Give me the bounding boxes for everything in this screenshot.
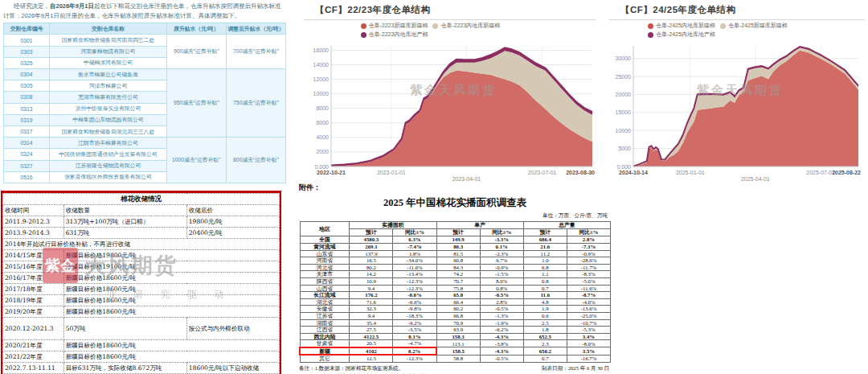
value-cell: 16.5 bbox=[350, 257, 393, 265]
value-cell: 176.2 bbox=[350, 292, 393, 299]
region-cell: 江苏省 bbox=[300, 312, 350, 319]
y-tick-label: 30000 bbox=[616, 55, 632, 61]
reserve-price-cell: 新疆目标价格18600元/吨 bbox=[63, 284, 279, 295]
warehouse-code-cell: 0308 bbox=[4, 92, 50, 103]
chart-title: 【CF】24/25年度仓单结构 bbox=[609, 0, 865, 20]
value-cell: 686.4 bbox=[523, 236, 567, 244]
table-row: 2014年开始试行目标价格补贴，不再进行收储 bbox=[3, 239, 280, 250]
value-cell: 66.4 bbox=[436, 298, 480, 306]
reserve-price-cell: 新疆目标价格18600元/吨 bbox=[63, 306, 279, 318]
value-cell: 1.8% bbox=[393, 250, 436, 257]
reserve-period-cell: 2018/19年度 bbox=[3, 295, 64, 306]
warehouse-name-cell: 国家粮食和物资储备局湖北局三三八处 bbox=[50, 125, 166, 137]
value-cell: -10.7% bbox=[567, 319, 610, 327]
y-tick-label: 0.000 bbox=[616, 164, 631, 170]
table-row: 安徽省32.3-9.8%60.2-0.5%1.9-13.6% bbox=[300, 306, 611, 313]
value-cell: -11.6% bbox=[393, 264, 436, 271]
warehouse-name-cell: 河南豫棉物流有限公司 bbox=[50, 46, 166, 57]
value-cell: 113.1 bbox=[436, 340, 480, 347]
value-cell: 137.9 bbox=[350, 250, 393, 257]
value-cell: 60.8 bbox=[436, 257, 480, 265]
survey-table-head: 地区实播面积单产总产量预计同比±%预计同比±%预计同比±% bbox=[300, 222, 611, 236]
value-cell: 0.1% bbox=[480, 243, 523, 250]
value-cell: 70.9 bbox=[436, 319, 480, 327]
reserve-period-cell: 2013.9-2014.3 bbox=[3, 228, 64, 239]
value-cell: 58.8 bbox=[436, 355, 480, 362]
table-row: 西北内陆4122.58.1%158.3-4.3%652.53.4% bbox=[300, 333, 611, 340]
y-tick-label: 5000 bbox=[618, 146, 631, 151]
value-cell: 74.2 bbox=[436, 271, 480, 278]
reserve-period-cell: 2014/15年度 bbox=[3, 250, 64, 261]
survey-title: 2025 年中国棉花实播面积调查表 bbox=[299, 196, 611, 210]
value-cell: 652.5 bbox=[523, 333, 567, 340]
legend-label: 仓单-2425内地库新疆棉 bbox=[656, 22, 715, 30]
table-row: 长江流域176.2-8.0%65.8-0.5%11.6-8.7% bbox=[300, 292, 611, 299]
value-cell: -25.0% bbox=[567, 312, 610, 319]
reserve-price-cell: 新疆目标价格19800元/吨 bbox=[63, 250, 279, 261]
value-cell: -12.3% bbox=[393, 285, 436, 292]
column-group-header: 总产量 bbox=[523, 222, 610, 229]
value-cell: 27.5 bbox=[350, 327, 393, 334]
value-cell: 4102 bbox=[350, 347, 393, 356]
table-row: 0301国家粮食和物资储备局河南局四三二处900减去“运费补贴”700减去“运费… bbox=[4, 35, 286, 46]
cotton-reserve-table-panel: 棉花收储情况收储时间收储数量收储底价2011.9-2012.3313万吨+100… bbox=[1, 191, 281, 374]
chart-title: 【CF】22/23年度仓单结构 bbox=[304, 0, 596, 20]
value-cell: 60.2 bbox=[436, 306, 480, 313]
value-cell: -1.5% bbox=[480, 271, 523, 278]
notice-intro-pre: 经研究决定， bbox=[14, 2, 50, 10]
region-cell: 长江流域 bbox=[300, 292, 350, 299]
column-header: 原升贴水（元/吨） bbox=[166, 23, 226, 35]
value-cell: 3.4% bbox=[567, 333, 610, 340]
stacked-area-chart: 0.00020004000600080001000012000140001600… bbox=[296, 39, 597, 186]
warehouse-name-cell: 中棉集团山东物流园有限公司 bbox=[50, 114, 166, 125]
region-cell: 西北内陆 bbox=[300, 333, 350, 340]
reserve-qty-cell: 631万吨 bbox=[63, 228, 186, 239]
warehouse-code-cell: 0324 bbox=[4, 149, 50, 160]
warehouse-code-cell: 0317 bbox=[4, 125, 50, 137]
value-cell: 6.7% bbox=[480, 257, 523, 265]
value-cell: -3.8% bbox=[480, 340, 523, 347]
value-cell: 149.9 bbox=[436, 236, 480, 244]
warehouse-code-cell: 0313 bbox=[4, 103, 50, 114]
value-cell: -12.3% bbox=[393, 355, 436, 362]
table-row: 2011.9-2012.3313万吨+100万吨（进口棉）19800元/吨 bbox=[3, 216, 280, 228]
table-row: 新疆41028.2%158.5-4.3%650.23.5% bbox=[300, 347, 611, 356]
legend-item: 仓单-2223内地库新疆棉 bbox=[432, 22, 500, 30]
value-cell: -7.3% bbox=[567, 243, 610, 250]
table-row: 山东省137.91.8%81.5-2.3%11.2-0.9% bbox=[300, 250, 611, 257]
table-row: 江苏省9.4-18.3%66.8-1.3%0.6-25.0% bbox=[300, 312, 611, 319]
value-cell: -0.5% bbox=[480, 355, 523, 362]
value-cell: -9.8% bbox=[393, 306, 436, 313]
y-tick-label: 25000 bbox=[616, 74, 632, 80]
value-cell: 2.3 bbox=[523, 340, 567, 347]
cf-2223-warrant-chart-panel: 【CF】22/23年度仓单结构 仓单-2223新疆库新疆棉仓单-2223内地库新… bbox=[296, 0, 599, 185]
column-subheader: 预计 bbox=[350, 229, 393, 236]
warehouse-name-cell: 衡水市棉麻总公司储备库 bbox=[50, 69, 166, 80]
reserve-period-cell: 2020/21年度 bbox=[3, 340, 64, 351]
cotton-reserve-table: 棉花收储情况收储时间收储数量收储底价2011.9-2012.3313万吨+100… bbox=[2, 193, 280, 374]
value-cell: 1.0 bbox=[523, 257, 567, 265]
value-cell: -6.2% bbox=[480, 327, 523, 334]
y-tick-label: 10000 bbox=[313, 91, 330, 97]
column-header: 收储底价 bbox=[186, 205, 279, 216]
old-premium-cell: 900减去“运费补贴” bbox=[166, 35, 226, 69]
warehouse-code-cell: 0325 bbox=[4, 57, 50, 68]
value-cell: -0.9% bbox=[567, 250, 610, 257]
value-cell: -11.6% bbox=[567, 285, 610, 292]
legend-dot-icon bbox=[361, 23, 366, 29]
y-tick-label: 6000 bbox=[316, 120, 329, 125]
region-cell: 江西省 bbox=[300, 327, 350, 334]
cf-2425-warrant-chart-panel: 【CF】24/25年度仓单结构 仓单-2425内地库新疆棉仓单-2425新疆库新… bbox=[601, 0, 868, 185]
table-row: 陕西省10.9-12.3%70.78.0%0.8-5.0% bbox=[300, 277, 611, 285]
reserve-price-cell: 19800元/吨 bbox=[186, 216, 279, 228]
region-cell: 河南省 bbox=[300, 257, 350, 265]
value-cell: 2.5 bbox=[523, 319, 567, 327]
column-header: 交割仓库编号 bbox=[4, 23, 50, 35]
column-subheader: 预计 bbox=[436, 229, 480, 236]
column-subheader: 同比±% bbox=[480, 229, 523, 236]
table-row: 全国4580.36.3%149.9-3.3%686.42.8% bbox=[300, 236, 611, 244]
table-row: 黄河流域269.1-7.4%80.30.1%21.6-7.3% bbox=[300, 243, 611, 250]
legend-dot-icon bbox=[648, 23, 653, 29]
value-cell: 12.5 bbox=[350, 355, 393, 362]
value-cell: 80.2 bbox=[350, 264, 393, 271]
